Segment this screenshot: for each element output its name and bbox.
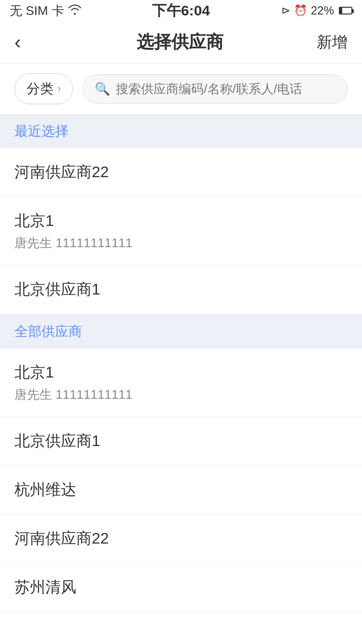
search-icon: 🔍 bbox=[95, 82, 110, 97]
section-header-recent: 最近选择 bbox=[0, 114, 362, 148]
chevron-right-icon: › bbox=[57, 83, 61, 95]
supplier-contact: 唐先生 11111111111 bbox=[14, 386, 348, 403]
list-item[interactable]: 北京1唐先生 11111111111 bbox=[0, 349, 362, 417]
status-left: 无 SIM 卡 bbox=[10, 2, 82, 19]
category-label: 分类 bbox=[27, 80, 54, 98]
status-bar: 无 SIM 卡 下午6:04 ⊳ ⏰ 22% bbox=[0, 0, 362, 21]
list-item[interactable]: 苏州清风 bbox=[0, 563, 362, 612]
status-time: 下午6:04 bbox=[152, 1, 210, 21]
supplier-name: 北京供应商1 bbox=[14, 279, 348, 300]
supplier-name: 北京1 bbox=[14, 362, 348, 383]
section-header-all: 全部供应商 bbox=[0, 314, 362, 349]
supplier-name: 北京供应商1 bbox=[14, 431, 348, 452]
battery-icon bbox=[339, 7, 352, 14]
no-sim-text: 无 SIM 卡 bbox=[10, 2, 64, 19]
section-header-text: 全部供应商 bbox=[14, 324, 82, 339]
page-title: 选择供应商 bbox=[137, 30, 223, 54]
alarm-icon: ⏰ bbox=[294, 4, 307, 17]
list-item[interactable]: 杭州维达 bbox=[0, 466, 362, 515]
search-box: 🔍 bbox=[83, 74, 348, 104]
list-item[interactable]: 北京供应商1 bbox=[0, 266, 362, 314]
nav-bar: ‹ 选择供应商 新增 bbox=[0, 21, 362, 64]
supplier-name: 北京1 bbox=[14, 210, 348, 232]
battery-percent: 22% bbox=[311, 4, 334, 17]
new-action-button[interactable]: 新增 bbox=[317, 32, 348, 53]
filter-bar: 分类 › 🔍 bbox=[0, 64, 362, 114]
search-input[interactable] bbox=[116, 82, 335, 97]
category-button[interactable]: 分类 › bbox=[14, 73, 73, 104]
list-item[interactable]: 河南供应商22 bbox=[0, 148, 362, 197]
list-item[interactable]: 北京1唐先生 11111111111 bbox=[0, 197, 362, 266]
supplier-name: 杭州维达 bbox=[14, 479, 348, 501]
supplier-name: 河南供应商22 bbox=[14, 162, 348, 183]
supplier-name: 河南供应商22 bbox=[14, 528, 348, 549]
list-item[interactable]: 北京供应商1 bbox=[0, 417, 362, 466]
back-button[interactable]: ‹ bbox=[14, 31, 43, 53]
list-item[interactable]: 河南供应商22 bbox=[0, 515, 362, 563]
supplier-contact: 唐先生 11111111111 bbox=[14, 235, 348, 252]
section-header-text: 最近选择 bbox=[14, 124, 69, 139]
supplier-list: 最近选择河南供应商22北京1唐先生 11111111111北京供应商1全部供应商… bbox=[0, 114, 362, 612]
status-right: ⊳ ⏰ 22% bbox=[281, 4, 352, 17]
supplier-name: 苏州清风 bbox=[14, 577, 348, 598]
wifi-icon bbox=[68, 3, 82, 18]
location-icon: ⊳ bbox=[281, 4, 290, 17]
